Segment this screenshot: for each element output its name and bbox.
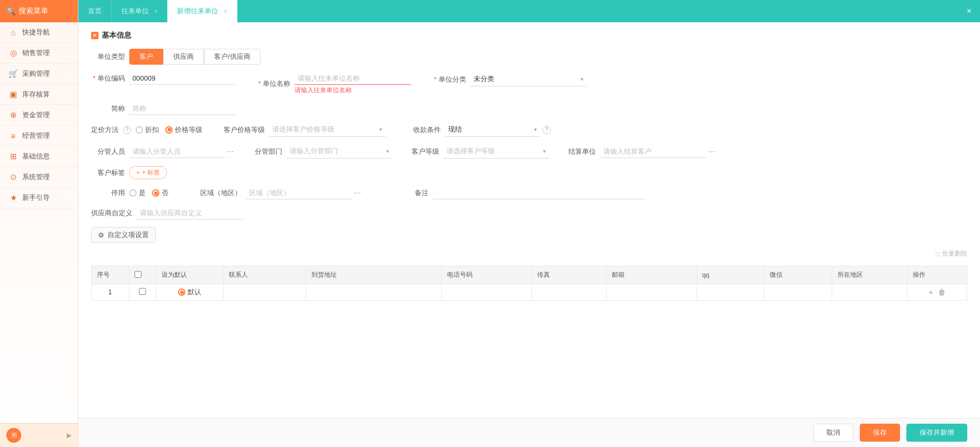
short-name-label: 简称 bbox=[91, 104, 129, 113]
th-default: 设为默认 bbox=[156, 266, 224, 284]
manager-more-btn[interactable]: ··· bbox=[225, 147, 236, 156]
cancel-button[interactable]: 取消 bbox=[813, 424, 853, 442]
section-basic-info: P 基本信息 bbox=[91, 31, 967, 40]
unit-type-row: 单位类型 客户 供应商 客户/供应商 bbox=[91, 49, 967, 65]
batch-delete-icon: □ bbox=[936, 250, 940, 258]
unit-type-both[interactable]: 客户/供应商 bbox=[204, 49, 261, 65]
section-icon: P bbox=[91, 32, 99, 39]
tab-partners[interactable]: 往来单位 × bbox=[112, 0, 167, 22]
contact-input[interactable] bbox=[229, 288, 300, 296]
add-tag-button[interactable]: + + 标签 bbox=[129, 166, 167, 179]
area-more-btn[interactable]: ··· bbox=[352, 188, 363, 198]
pricing-method-group: 折扣 价格等级 bbox=[136, 125, 202, 135]
disabled-yes-radio[interactable]: 是 bbox=[129, 188, 146, 198]
sidebar-item-guide[interactable]: ★ 新手引导 bbox=[0, 188, 78, 208]
sidebar-item-inventory[interactable]: ▣ 库存核算 bbox=[0, 84, 78, 105]
section-title-text: 基本信息 bbox=[102, 31, 131, 40]
sidebar-item-sales[interactable]: ◎ 销售管理 bbox=[0, 43, 78, 64]
th-email: 邮箱 bbox=[607, 266, 697, 284]
region-input[interactable] bbox=[838, 288, 902, 296]
supplier-custom-input[interactable] bbox=[137, 207, 243, 220]
batch-delete-button[interactable]: □ 批量删除 bbox=[936, 249, 967, 258]
finance-icon: ⊕ bbox=[8, 110, 18, 120]
row-default-radio[interactable]: 默认 bbox=[162, 287, 218, 297]
unit-name-input[interactable] bbox=[295, 72, 411, 85]
customer-level-select[interactable]: 请选择客户等级 ▾ bbox=[443, 144, 549, 159]
payment-terms-help-icon[interactable]: ? bbox=[542, 126, 551, 134]
email-input[interactable] bbox=[612, 288, 691, 296]
settlement-more-btn[interactable]: ··· bbox=[706, 147, 717, 156]
td-no: 1 bbox=[92, 284, 129, 301]
row-default-circle bbox=[178, 288, 185, 296]
save-button[interactable]: 保存 bbox=[860, 424, 900, 442]
pricing-discount-label: 折扣 bbox=[145, 125, 159, 135]
supplier-custom-row: 供应商自定义 bbox=[91, 207, 967, 220]
disabled-group: 是 否 bbox=[129, 188, 168, 198]
batch-delete-label: 批量删除 bbox=[942, 249, 967, 258]
sidebar-item-operations[interactable]: ≡ 经营管理 bbox=[0, 126, 78, 146]
manager-input[interactable] bbox=[129, 145, 225, 158]
th-no: 序号 bbox=[92, 266, 129, 284]
unit-name-label: 单位名称 bbox=[256, 79, 295, 89]
close-all-tabs[interactable]: × bbox=[958, 6, 980, 16]
sidebar-item-finance[interactable]: ⊕ 资金管理 bbox=[0, 105, 78, 126]
settlement-unit-input[interactable] bbox=[600, 145, 706, 158]
basic-icon: ⊞ bbox=[8, 152, 18, 161]
add-row-button[interactable]: + bbox=[927, 288, 934, 296]
unit-code-input[interactable] bbox=[129, 72, 235, 85]
short-name-input[interactable] bbox=[129, 102, 235, 115]
phone-input[interactable] bbox=[447, 288, 526, 296]
sidebar-item-purchase[interactable]: 🛒 采购管理 bbox=[0, 64, 78, 84]
th-contact: 联系人 bbox=[224, 266, 306, 284]
remarks-input[interactable] bbox=[433, 187, 645, 199]
payment-terms-value: 现结 bbox=[448, 125, 532, 134]
save-new-button[interactable]: 保存并新增 bbox=[906, 424, 967, 442]
unit-category-select[interactable]: 未分类 ▾ bbox=[470, 72, 587, 86]
disabled-no-label: 否 bbox=[162, 188, 168, 198]
area-input[interactable] bbox=[246, 187, 352, 199]
row-checkbox[interactable] bbox=[135, 288, 150, 295]
qq-input[interactable] bbox=[702, 288, 759, 296]
department-select[interactable]: 请输入分管部门 ▾ bbox=[287, 144, 393, 159]
pricing-discount-radio[interactable]: 折扣 bbox=[136, 125, 159, 135]
pricing-discount-circle bbox=[136, 126, 143, 134]
tab-new-partner[interactable]: 新增往来单位 × bbox=[167, 0, 237, 22]
pricing-method-label: 定价方法 ? bbox=[91, 125, 136, 135]
short-name-row: 简称 bbox=[91, 102, 967, 115]
td-phone bbox=[441, 284, 531, 301]
expand-icon[interactable]: ▶ bbox=[67, 432, 72, 439]
td-checkbox bbox=[129, 284, 156, 301]
main-area: 首页 往来单位 × 新增往来单位 × × P 基本信息 单位类型 客户 供应商 … bbox=[78, 0, 980, 447]
sidebar-search[interactable]: 🔍 搜索菜单 bbox=[0, 0, 78, 22]
td-contact bbox=[224, 284, 306, 301]
tab-new-partner-close[interactable]: × bbox=[224, 8, 227, 14]
td-fax bbox=[531, 284, 607, 301]
fax-input[interactable] bbox=[537, 288, 601, 296]
sidebar-item-basic[interactable]: ⊞ 基础信息 bbox=[0, 146, 78, 167]
home-icon: ⌂ bbox=[8, 28, 18, 37]
wechat-input[interactable] bbox=[770, 288, 826, 296]
unit-category-label: 单位分类 bbox=[432, 75, 470, 84]
delete-row-button[interactable]: 🗑 bbox=[937, 288, 947, 296]
tab-bar: 首页 往来单位 × 新增往来单位 × × bbox=[78, 0, 980, 22]
row-default-label: 默认 bbox=[188, 287, 201, 297]
address-input[interactable] bbox=[311, 288, 435, 296]
payment-terms-select[interactable]: 现结 ▾ bbox=[445, 122, 540, 137]
unit-type-supplier[interactable]: 供应商 bbox=[163, 49, 204, 65]
customer-price-level-select[interactable]: 请选择客户价格等级 ▾ bbox=[269, 122, 386, 137]
td-default: 默认 bbox=[156, 284, 224, 301]
sales-icon: ◎ bbox=[8, 48, 18, 58]
pricing-help-icon[interactable]: ? bbox=[123, 126, 131, 134]
pricing-level-radio[interactable]: 价格等级 bbox=[165, 125, 202, 135]
select-all-checkbox[interactable] bbox=[135, 271, 141, 278]
custom-settings-button[interactable]: ⚙ 自定义项设置 bbox=[91, 227, 156, 243]
tab-partners-close[interactable]: × bbox=[154, 8, 157, 14]
tab-home[interactable]: 首页 bbox=[78, 0, 112, 22]
sidebar-item-system[interactable]: ⊙ 系统管理 bbox=[0, 167, 78, 188]
customer-price-level-label: 客户价格等级 bbox=[224, 125, 269, 135]
settlement-unit-label: 结算单位 bbox=[562, 147, 600, 156]
disabled-no-radio[interactable]: 否 bbox=[152, 188, 168, 198]
disabled-yes-label: 是 bbox=[139, 188, 146, 198]
sidebar-item-quick-nav[interactable]: ⌂ 快捷导航 bbox=[0, 22, 78, 43]
unit-type-customer[interactable]: 客户 bbox=[129, 49, 163, 65]
